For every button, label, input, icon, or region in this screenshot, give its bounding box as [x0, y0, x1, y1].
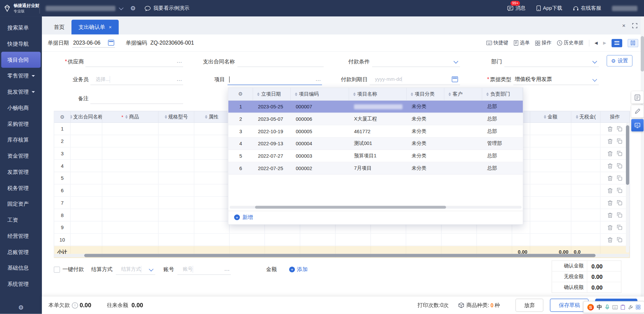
- account-input[interactable]: 账号⋯: [177, 264, 231, 275]
- project-row[interactable]: 1 2023-05-25 000007 未分类 总部: [228, 101, 523, 113]
- cell-amount[interactable]: [530, 197, 571, 209]
- popup-col-customer[interactable]: 客户: [444, 88, 482, 100]
- cell[interactable]: [159, 234, 195, 246]
- sidebar-item[interactable]: 搜索菜单: [0, 20, 42, 36]
- cell-notax[interactable]: [571, 234, 600, 246]
- cell[interactable]: [300, 234, 335, 246]
- project-row[interactable]: 6 2022-07-25 000002 7月项目 未分类 总部: [228, 162, 523, 175]
- popup-add-new-button[interactable]: + 新增: [228, 211, 523, 223]
- delete-row-icon[interactable]: [607, 237, 613, 243]
- info-icon[interactable]: [72, 302, 78, 308]
- demo-link[interactable]: 我要看示例演示: [145, 5, 190, 12]
- online-service-button[interactable]: 在线客服: [573, 5, 601, 12]
- sidebar-item[interactable]: 经营管理: [0, 228, 42, 244]
- delete-row-icon[interactable]: [607, 188, 613, 193]
- row-number[interactable]: 5: [54, 172, 71, 184]
- cell[interactable]: [102, 123, 159, 135]
- cell-amount[interactable]: [530, 135, 571, 147]
- cell[interactable]: [71, 160, 102, 172]
- list-view-toggle[interactable]: [611, 39, 622, 47]
- cell[interactable]: [159, 172, 195, 184]
- cell[interactable]: [194, 160, 229, 172]
- clipboard-icon[interactable]: [621, 304, 625, 310]
- copy-row-icon[interactable]: [617, 200, 622, 205]
- cell-notax[interactable]: [571, 160, 600, 172]
- column-view-toggle[interactable]: [628, 39, 638, 47]
- cell-amount[interactable]: [530, 148, 571, 160]
- cell[interactable]: [71, 197, 102, 209]
- sidebar-item[interactable]: 总账管理: [0, 244, 42, 260]
- cell-notax[interactable]: [571, 148, 600, 160]
- project-input[interactable]: ⋯: [227, 74, 322, 85]
- cell[interactable]: [71, 135, 102, 147]
- popup-col-name[interactable]: 项目名称: [349, 88, 407, 100]
- cell[interactable]: [159, 197, 195, 209]
- popup-col-date[interactable]: 立项日期: [253, 88, 291, 100]
- project-row[interactable]: 2 2023-05-07 000006 X大厦工程 未分类 总部: [228, 113, 523, 125]
- cell[interactable]: [159, 123, 195, 135]
- ime-logo[interactable]: S: [587, 304, 594, 311]
- copy-row-icon[interactable]: [617, 212, 622, 218]
- copy-row-icon[interactable]: [617, 163, 622, 168]
- cell[interactable]: [159, 221, 195, 233]
- grid-col-amount[interactable]: 金额: [530, 111, 571, 122]
- cell-amount[interactable]: [530, 160, 571, 172]
- cell[interactable]: [102, 221, 159, 233]
- row-number[interactable]: 9: [54, 221, 71, 233]
- next-doc-icon[interactable]: ▶: [603, 41, 606, 45]
- settings-button[interactable]: ⚙ 设置: [606, 55, 632, 66]
- cell[interactable]: [159, 148, 195, 160]
- scrollbar-thumb[interactable]: [641, 36, 644, 71]
- cell-notax[interactable]: [571, 185, 600, 197]
- delete-row-icon[interactable]: [607, 175, 613, 181]
- ime-language[interactable]: 中: [597, 303, 602, 311]
- grid-icon[interactable]: [636, 305, 640, 309]
- cancel-button[interactable]: 放弃: [516, 299, 543, 312]
- popup-col-category[interactable]: 项目分类: [407, 88, 444, 100]
- pay-condition-select[interactable]: [372, 56, 460, 67]
- cell[interactable]: [229, 234, 265, 246]
- delete-row-icon[interactable]: [607, 212, 613, 218]
- float-doc-button[interactable]: [631, 91, 644, 104]
- cell[interactable]: [102, 234, 159, 246]
- calendar-icon[interactable]: [452, 76, 458, 82]
- grid-horizontal-scrollbar[interactable]: [54, 254, 629, 257]
- cell-notax[interactable]: [571, 123, 600, 135]
- wrench-icon[interactable]: [628, 305, 633, 310]
- row-number[interactable]: 7: [54, 197, 71, 209]
- sidebar-item[interactable]: 零售管理: [0, 68, 42, 84]
- department-select[interactable]: [504, 56, 599, 67]
- cell[interactable]: [194, 234, 229, 246]
- float-report-button[interactable]: [631, 119, 644, 132]
- fullscreen-icon[interactable]: [632, 23, 637, 28]
- tab-expense-confirmation[interactable]: 支出确认单 ×: [71, 20, 119, 35]
- cell-notax[interactable]: [571, 172, 600, 184]
- cell-notax[interactable]: [571, 197, 600, 209]
- cell-amount[interactable]: [530, 123, 571, 135]
- cell[interactable]: [159, 209, 195, 221]
- sidebar-item[interactable]: 库存核算: [0, 132, 42, 148]
- grid-col-product[interactable]: 商品: [102, 111, 159, 122]
- grid-col-notax[interactable]: 无税金(: [571, 111, 600, 122]
- sidebar-item[interactable]: 项目合同: [1, 52, 41, 68]
- shortcut-keys-button[interactable]: 快捷键: [486, 40, 508, 47]
- row-number[interactable]: 8: [54, 209, 71, 221]
- scrollbar-thumb[interactable]: [626, 125, 629, 185]
- cell[interactable]: [102, 148, 159, 160]
- cell[interactable]: [71, 185, 102, 197]
- prev-doc-icon[interactable]: ◀: [595, 41, 598, 45]
- date-input[interactable]: 2023-06-06: [72, 38, 115, 47]
- cell-notax[interactable]: [571, 135, 600, 147]
- project-row[interactable]: 3 2022-10-19 000005 461772 未分类 总部: [228, 125, 523, 138]
- cell[interactable]: [441, 234, 477, 246]
- row-number[interactable]: 1: [54, 123, 71, 135]
- invoice-type-select[interactable]: 增值税专用发票: [514, 74, 599, 85]
- cell[interactable]: [194, 185, 229, 197]
- gear-icon[interactable]: ⚙: [238, 91, 243, 97]
- mic-icon[interactable]: [605, 304, 609, 310]
- scrollbar-thumb[interactable]: [84, 254, 595, 257]
- lookup-ellipsis-icon[interactable]: ⋯: [177, 77, 182, 83]
- sidebar-item[interactable]: 批发管理: [0, 84, 42, 100]
- cell[interactable]: [194, 172, 229, 184]
- row-number[interactable]: 3: [54, 148, 71, 160]
